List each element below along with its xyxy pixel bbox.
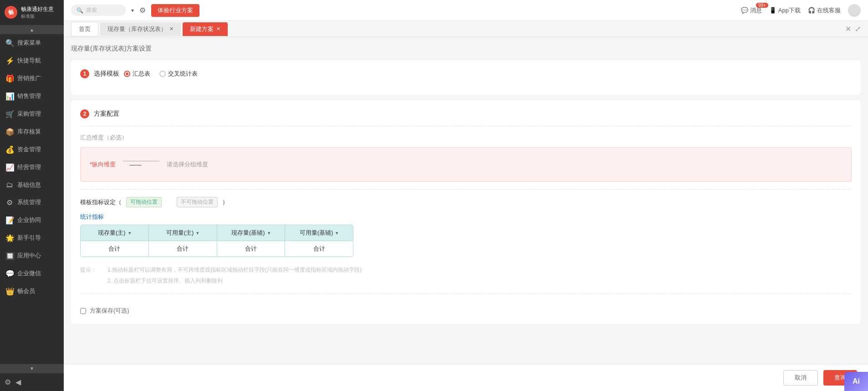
tips-title: 提示： 1.拖动标题栏可以调整布局，不可跨维度或指标区域拖动栏目字段(只能在同一… [80,264,852,275]
app-label: App下载 [778,6,801,15]
stats-col-0[interactable]: 现存量(主) ▾ [81,225,149,241]
stats-col-1[interactable]: 可用量(主) ▾ [149,225,217,241]
stats-table: 现存量(主) ▾ 可用量(主) ▾ 现存量(基辅) ▾ 可用量(基辅) ▾ [80,225,353,257]
wechat-icon: 💬 [5,269,14,278]
step1-badge: 1 [80,69,89,78]
sidebar-item-sales[interactable]: 📊 销售管理 [0,87,64,105]
radio-summary[interactable]: 汇总表 [124,70,150,78]
sidebar-item-inventory[interactable]: 📦 库存核算 [0,123,64,141]
step2-header: 2 方案配置 [80,109,852,118]
tab-new-plan[interactable]: 新建方案 ✕ [183,22,228,36]
draggable-chip[interactable]: 可拖动位置 [126,197,162,207]
cancel-button[interactable]: 取消 [783,370,818,386]
sidebar-scroll-up[interactable]: ▲ [0,26,64,34]
service-btn[interactable]: 🎧 在线客服 [808,6,841,15]
stats-cell-1: 合计 [149,241,217,257]
divider3 [80,293,852,294]
stats-col-2[interactable]: 现存量(基辅) ▾ [217,225,286,241]
topbar-dropdown[interactable]: ▾ [131,7,134,14]
stats-col-1-label: 可用量(主) [166,229,194,237]
operations-icon: 📈 [5,163,14,172]
sidebar-item-base[interactable]: 🗂 基础信息 [0,176,64,194]
trial-btn[interactable]: 体验行业方案 [151,4,199,17]
stats-col-3-arrow[interactable]: ▾ [336,230,338,236]
indicator-settings: 模板指标设定（ 可拖动位置 不可拖动位置 ） [80,197,852,207]
contract-icon: 📝 [5,216,14,225]
tab-inventory-close[interactable]: ✕ [169,26,174,32]
collapse-icon[interactable]: ◀ [15,378,21,386]
radio-cross[interactable]: 交叉统计表 [159,70,198,78]
stats-col-2-label: 现存量(基辅) [231,229,265,237]
save-checkbox[interactable] [80,308,86,314]
tab-new-plan-close[interactable]: ✕ [216,26,220,32]
app-download-btn[interactable]: 📱 App下载 [769,6,801,15]
dimension-placeholder: 请选择分组维度 [167,160,208,169]
ai-float-button[interactable]: Ai [844,372,868,391]
expand-window-icon[interactable]: ⤢ [855,25,861,33]
sidebar-item-label: 营销推广 [17,74,41,82]
dimension-required: *纵向维度 [90,160,116,169]
sidebar-item-label: 新手引导 [17,234,41,242]
sidebar-item-label: 企业协同 [17,216,41,224]
sidebar-logo: 畅 畅康通好生意 标准版 [0,0,64,26]
indicator-suffix: ） [222,198,228,206]
divider2 [80,189,852,190]
stats-label: 统计指标 [80,213,852,221]
settings-icon[interactable]: ⚙ [5,378,11,386]
topbar-search[interactable]: 🔍 搜索 [71,5,126,16]
user-avatar[interactable] [848,4,861,17]
quick-nav-icon: ⚡ [5,57,14,65]
dimension-area[interactable]: *纵向维度 —— 请选择分组维度 [80,147,852,182]
close-window-icon[interactable]: ✕ [845,25,851,33]
aggregate-label: 汇总维度（必选） [80,134,852,142]
msg-btn[interactable]: 💬 消息 99+ [741,6,762,15]
topbar: 🔍 搜索 ▾ ⚙ 体验行业方案 💬 消息 99+ 📱 App下载 🎧 在线客服 [64,0,868,21]
sidebar-item-contract[interactable]: 📝 企业协同 [0,211,64,229]
sidebar-item-wechat[interactable]: 💬 企业微信 [0,265,64,283]
finance-icon: 💰 [5,145,14,154]
member-icon: 👑 [5,287,14,296]
sidebar-item-purchase[interactable]: 🛒 采购管理 [0,105,64,123]
msg-badge: 99+ [756,3,768,8]
dimension-line: —— [123,161,159,168]
sidebar-item-label: 系统管理 [17,198,41,206]
tab-inventory[interactable]: 现存量（库存状况表） ✕ [100,22,181,36]
not-draggable-chip: 不可拖动位置 [177,197,218,207]
sidebar-item-label: 采购管理 [17,110,41,118]
window-controls: ✕ ⤢ [845,25,861,33]
sidebar-item-apps[interactable]: 🔲 应用中心 [0,247,64,265]
stats-col-3-label: 可用量(基辅) [300,229,333,237]
apps-icon: 🔲 [5,252,14,260]
sidebar-item-quick-nav[interactable]: ⚡ 快捷导航 [0,52,64,70]
template-radio-group: 汇总表 交叉统计表 [124,70,198,78]
sidebar-item-label: 搜索菜单 [17,39,41,47]
sidebar-item-finance[interactable]: 💰 资金管理 [0,141,64,159]
step1-title: 选择模板 [94,70,119,78]
inventory-icon: 📦 [5,128,14,136]
sidebar-item-operations[interactable]: 📈 经营管理 [0,159,64,176]
sidebar-item-marketing[interactable]: 🎁 营销推广 [0,70,64,87]
sidebar-scroll-down[interactable]: ▼ [0,364,64,373]
radio-cross-label: 交叉统计表 [168,70,198,78]
stats-col-1-arrow[interactable]: ▾ [196,230,199,236]
stats-col-0-label: 现存量(主) [98,229,126,237]
sidebar: 畅 畅康通好生意 标准版 ▲ 🔍 搜索菜单 ⚡ 快捷导航 🎁 营销推广 📊 销售… [0,0,64,391]
sidebar-item-guide[interactable]: 🌟 新手引导 [0,229,64,247]
tab-home[interactable]: 首页 [71,22,98,36]
save-option: 方案保存(可选) [80,301,852,315]
step2-title: 方案配置 [94,110,119,118]
service-icon: 🎧 [808,7,815,14]
topbar-gear-icon[interactable]: ⚙ [139,6,146,15]
tips-section: 提示： 1.拖动标题栏可以调整布局，不可跨维度或指标区域拖动栏目字段(只能在同一… [80,264,852,286]
sidebar-item-member[interactable]: 👑 畅会员 [0,283,64,300]
tab-home-label: 首页 [79,25,91,33]
stats-col-3[interactable]: 可用量(基辅) ▾ [285,225,353,241]
step2-card: 2 方案配置 汇总维度（必选） *纵向维度 —— 请选择分组维度 模板指标设定（… [71,100,861,324]
topbar-right: 💬 消息 99+ 📱 App下载 🎧 在线客服 [741,4,861,17]
sidebar-item-system[interactable]: ⚙ 系统管理 [0,194,64,211]
stats-col-0-arrow[interactable]: ▾ [128,230,131,236]
logo-icon: 畅 [5,6,17,19]
system-icon: ⚙ [5,198,14,207]
sidebar-item-search[interactable]: 🔍 搜索菜单 [0,34,64,52]
stats-col-2-arrow[interactable]: ▾ [268,230,271,236]
